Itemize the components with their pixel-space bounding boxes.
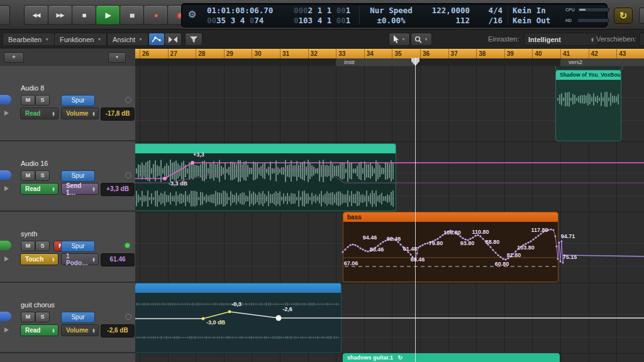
automation-mode-dropdown[interactable]: Read▲▼ bbox=[20, 107, 58, 119]
track-header-audio-8[interactable]: Audio 8MSSpurRead▲▼Volume▲▼-17,8 dB bbox=[0, 66, 135, 141]
bar-ruler[interactable]: 26272829303132333435363738394041424344 bbox=[135, 48, 644, 59]
track-header-audio-16[interactable]: Audio 16MSSpurRead▲▼Send 1…▲▼+3,3 dB bbox=[0, 141, 135, 212]
automation-param-dropdown[interactable]: 1 Podo…▲▼ bbox=[61, 253, 99, 265]
pause-icon: ▮▮ bbox=[130, 13, 134, 18]
lcd-beats-top[interactable]: 0002 1 1 001 bbox=[294, 6, 350, 15]
disclosure-triangle-icon[interactable] bbox=[4, 327, 9, 332]
bar-tick bbox=[616, 49, 617, 59]
bar-number: 43 bbox=[619, 50, 626, 57]
automation-value[interactable]: 61.46 bbox=[101, 253, 135, 266]
automation-param-dropdown[interactable]: Volume▲▼ bbox=[61, 107, 99, 119]
menu-bearbeiten[interactable]: Bearbeiten▼ bbox=[3, 33, 55, 46]
region-shadow-of-you[interactable]: Shadow of You_VoxBou bbox=[555, 70, 621, 141]
track-divider bbox=[135, 141, 644, 142]
track-name[interactable]: Audio 16 bbox=[21, 160, 48, 167]
marker-instr[interactable]: instr bbox=[336, 58, 414, 66]
snap-dropdown[interactable]: Intelligent ▲▼ bbox=[524, 33, 599, 46]
mute-button[interactable]: M bbox=[21, 312, 35, 322]
lcd-beats-bottom[interactable]: 0103 4 1 001 bbox=[294, 16, 350, 25]
region-title bbox=[135, 283, 341, 293]
spur-button[interactable]: Spur bbox=[61, 170, 95, 182]
automation-mode-dropdown[interactable]: Read▲▼ bbox=[20, 183, 58, 195]
lcd-tempo-sub[interactable]: 112 bbox=[422, 16, 470, 25]
solo-button[interactable]: S bbox=[35, 241, 50, 251]
stop-icon: ■ bbox=[82, 11, 86, 19]
bar-tick bbox=[420, 49, 421, 59]
bar-tick bbox=[140, 49, 140, 59]
automation-value[interactable]: -2,6 dB bbox=[101, 324, 135, 337]
track-header-synth[interactable]: synthMSRSpurTouch▲▼1 Podo…▲▼61.46 bbox=[0, 212, 135, 283]
logic-pro-window: ◀◀▶▶■▶▮▮●◉ ⚙ 01:01:08:06.70 0035 3 4 074… bbox=[0, 0, 644, 362]
track-name[interactable]: guit chorus bbox=[21, 301, 55, 309]
automation-mode-dropdown[interactable]: Touch▲▼ bbox=[20, 253, 58, 265]
region-guit-chorus[interactable] bbox=[135, 283, 341, 353]
filter-button[interactable] bbox=[185, 33, 203, 46]
mute-button[interactable]: M bbox=[21, 95, 35, 106]
region-title: Shadow of You_VoxBou bbox=[556, 70, 621, 80]
region-shadows-guitar[interactable]: shadows guitar.1 ↻ bbox=[343, 353, 560, 362]
track-list-header: + ▾ bbox=[0, 48, 135, 67]
track-name[interactable]: synth bbox=[21, 230, 37, 238]
track-header-panel: Audio 8MSSpurRead▲▼Volume▲▼-17,8 dBAudio… bbox=[0, 66, 135, 362]
solo-button[interactable]: S bbox=[35, 312, 50, 322]
zoom-tool-button[interactable]: ▼ bbox=[411, 33, 432, 46]
partial-right-button[interactable] bbox=[639, 8, 644, 24]
lcd-varispeed[interactable]: ±0.00% bbox=[364, 16, 418, 25]
track-name[interactable]: Audio 8 bbox=[21, 84, 44, 92]
forward-icon: ▶▶ bbox=[57, 12, 64, 18]
input-led[interactable] bbox=[125, 243, 130, 248]
spur-button[interactable]: Spur bbox=[61, 312, 95, 323]
monitor-icon[interactable] bbox=[125, 314, 131, 320]
lcd-midi-out[interactable]: Kein Out bbox=[513, 16, 550, 25]
cycle-button[interactable]: ↻ bbox=[614, 8, 633, 24]
bar-number: 38 bbox=[479, 50, 486, 57]
rewind-button[interactable]: ◀◀ bbox=[24, 5, 48, 25]
automation-button[interactable] bbox=[148, 33, 165, 46]
automation-value[interactable]: -17,8 dB bbox=[101, 107, 135, 121]
spur-button[interactable]: Spur bbox=[61, 241, 95, 252]
lcd-gear-icon[interactable]: ⚙ bbox=[188, 9, 196, 19]
track-list-menu-button[interactable]: ▾ bbox=[108, 52, 126, 63]
lcd-midi-in[interactable]: Kein In bbox=[513, 6, 546, 15]
monitor-icon[interactable] bbox=[125, 172, 131, 178]
drag-dropdown-partial[interactable] bbox=[639, 33, 644, 46]
disclosure-triangle-icon[interactable] bbox=[4, 186, 9, 191]
monitor-icon[interactable] bbox=[125, 97, 131, 103]
partial-left-button[interactable] bbox=[0, 5, 10, 25]
solo-button[interactable]: S bbox=[35, 170, 50, 181]
menu-funktionen[interactable]: Funktionen▼ bbox=[54, 33, 107, 46]
playhead-line[interactable] bbox=[415, 58, 416, 362]
mute-button[interactable]: M bbox=[21, 170, 35, 181]
lcd-sync-mode[interactable]: Nur Speed bbox=[364, 6, 418, 15]
lcd-tempo[interactable]: 122,0000 bbox=[422, 6, 470, 15]
track-header-guit-chorus[interactable]: guit chorusMSSpurRead▲▼Volume▲▼-2,6 dB bbox=[0, 283, 135, 353]
updown-arrows-icon: ▲▼ bbox=[52, 257, 55, 262]
marker-vers2[interactable]: vers2 bbox=[560, 58, 644, 66]
automation-mode-dropdown[interactable]: Read▲▼ bbox=[20, 324, 58, 336]
lcd-position[interactable]: 0035 3 4 074 bbox=[207, 16, 264, 25]
region-bass[interactable]: bass bbox=[343, 212, 558, 282]
lcd-timecode[interactable]: 01:01:08:06.70 bbox=[207, 6, 273, 15]
lcd-time-signature[interactable]: 4/4 bbox=[475, 6, 502, 15]
disclosure-triangle-icon[interactable] bbox=[4, 111, 9, 116]
automation-param-dropdown[interactable]: Volume▲▼ bbox=[61, 324, 99, 336]
play-icon: ▶ bbox=[105, 11, 110, 19]
play-button[interactable]: ▶ bbox=[96, 5, 120, 25]
mute-button[interactable]: M bbox=[21, 241, 35, 251]
automation-value[interactable]: +3,3 dB bbox=[101, 183, 135, 196]
automation-param-dropdown[interactable]: Send 1…▲▼ bbox=[61, 183, 99, 195]
region-audio16[interactable] bbox=[135, 143, 396, 211]
add-track-button[interactable]: + bbox=[4, 52, 24, 63]
pointer-tool-button[interactable]: ▼ bbox=[389, 33, 410, 46]
forward-button[interactable]: ▶▶ bbox=[48, 5, 72, 25]
flex-button[interactable] bbox=[164, 33, 182, 46]
spur-button[interactable]: Spur bbox=[61, 95, 95, 106]
record-button[interactable]: ● bbox=[143, 5, 168, 25]
solo-button[interactable]: S bbox=[35, 95, 50, 106]
menu-ansicht[interactable]: Ansicht▼ bbox=[107, 33, 148, 46]
automation-icon bbox=[152, 36, 162, 43]
stop-button[interactable]: ■ bbox=[72, 5, 96, 25]
pause-button[interactable]: ▮▮ bbox=[119, 5, 144, 25]
disclosure-triangle-icon[interactable] bbox=[4, 256, 9, 261]
lcd-division[interactable]: /16 bbox=[475, 16, 502, 25]
